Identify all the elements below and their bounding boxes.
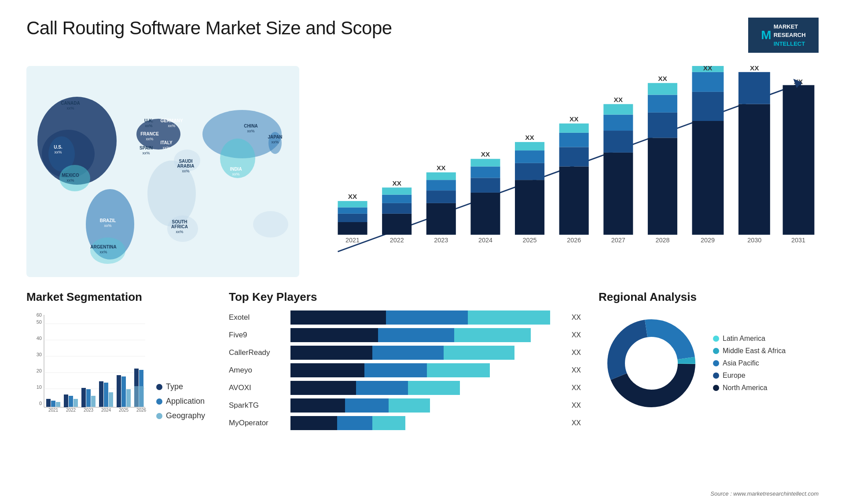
- svg-text:BRAZIL: BRAZIL: [100, 218, 116, 223]
- svg-rect-141: [117, 375, 121, 407]
- player-value-exotel: XX: [572, 314, 581, 321]
- bar-chart-section: XX 2021 XX 2022 XX 2023: [312, 66, 819, 286]
- svg-rect-81: [559, 133, 589, 147]
- donut-area: Latin America Middle East & Africa Asia …: [599, 310, 819, 416]
- source-text: Source : www.marketresearchintellect.com: [710, 490, 819, 497]
- svg-rect-50: [338, 214, 367, 222]
- svg-text:SOUTH: SOUTH: [172, 219, 187, 224]
- page-title: Call Routing Software Market Size and Sc…: [26, 18, 392, 39]
- svg-rect-139: [109, 392, 113, 407]
- svg-text:xx%: xx%: [182, 169, 189, 173]
- dot-europe: [713, 373, 719, 379]
- players-title: Top Key Players: [229, 290, 581, 304]
- svg-text:2028: 2028: [655, 237, 669, 244]
- svg-text:2021: 2021: [48, 408, 59, 413]
- player-value-sparktg: XX: [572, 402, 581, 409]
- svg-text:2023: 2023: [84, 408, 94, 413]
- svg-rect-82: [559, 124, 589, 133]
- svg-text:2025: 2025: [523, 237, 537, 244]
- svg-rect-104: [738, 72, 770, 104]
- svg-text:XX: XX: [392, 179, 401, 187]
- svg-text:xx%: xx%: [247, 129, 254, 133]
- svg-text:CANADA: CANADA: [61, 101, 80, 106]
- svg-rect-103: [738, 104, 770, 235]
- player-row-ameyo: Ameyo XX: [229, 363, 581, 377]
- world-map-svg: CANADA xx% U.S. xx% MEXICO xx% BRAZIL xx…: [26, 66, 299, 277]
- svg-rect-56: [382, 203, 411, 214]
- player-row-avoxi: AVOXI XX: [229, 381, 581, 395]
- svg-rect-70: [470, 159, 500, 166]
- svg-rect-73: [515, 180, 544, 235]
- label-asia-pacific: Asia Pacific: [723, 359, 759, 367]
- svg-rect-88: [603, 104, 633, 115]
- svg-rect-94: [648, 83, 677, 95]
- svg-rect-126: [51, 401, 55, 407]
- svg-text:XX: XX: [525, 134, 534, 141]
- legend-dot-geography: [156, 413, 162, 419]
- player-bar-ameyo: [290, 363, 564, 377]
- svg-text:U.K.: U.K.: [144, 118, 153, 123]
- map-section: CANADA xx% U.S. xx% MEXICO xx% BRAZIL xx…: [26, 66, 299, 286]
- svg-rect-135: [91, 396, 96, 407]
- label-latin-america: Latin America: [723, 335, 765, 343]
- svg-text:ARGENTINA: ARGENTINA: [90, 245, 116, 249]
- svg-rect-64: [426, 172, 456, 180]
- dot-asia-pacific: [713, 360, 719, 366]
- svg-text:XX: XX: [437, 164, 446, 172]
- legend-label-geography: Geography: [166, 411, 205, 420]
- svg-text:2026: 2026: [136, 408, 147, 413]
- svg-rect-98: [692, 92, 724, 121]
- player-name-exotel: Exotel: [229, 313, 286, 322]
- dot-latin-america: [713, 336, 719, 342]
- legend-dot-type: [156, 384, 162, 390]
- legend-type: Type: [156, 382, 205, 391]
- svg-text:2024: 2024: [478, 237, 492, 244]
- svg-rect-107: [783, 85, 815, 235]
- svg-rect-131: [73, 399, 78, 407]
- svg-text:XX: XX: [481, 150, 490, 158]
- svg-rect-87: [603, 115, 633, 131]
- svg-rect-97: [692, 121, 724, 235]
- segmentation-legend: Type Application Geography: [156, 382, 205, 420]
- segmentation-svg: 0 10 20 30 40 50 60: [26, 310, 150, 420]
- svg-text:2029: 2029: [701, 237, 715, 244]
- legend-asia-pacific: Asia Pacific: [713, 359, 786, 367]
- dot-north-america: [713, 385, 719, 391]
- logo-text: MARKET RESEARCH INTELLECT: [774, 22, 806, 48]
- player-name-ameyo: Ameyo: [229, 366, 286, 375]
- legend-geography: Geography: [156, 411, 205, 420]
- svg-rect-129: [64, 394, 68, 407]
- svg-text:2030: 2030: [747, 237, 761, 244]
- label-europe: Europe: [723, 372, 746, 380]
- svg-rect-49: [338, 222, 367, 235]
- player-bar-myoperator: [290, 416, 564, 430]
- svg-text:XX: XX: [750, 66, 759, 72]
- player-bar-avoxi: [290, 381, 564, 395]
- svg-rect-76: [515, 142, 544, 150]
- svg-point-154: [626, 338, 676, 388]
- svg-text:SAUDI: SAUDI: [179, 159, 192, 164]
- svg-text:xx%: xx%: [66, 106, 74, 110]
- player-name-avoxi: AVOXI: [229, 383, 286, 392]
- top-section: CANADA xx% U.S. xx% MEXICO xx% BRAZIL xx…: [26, 66, 819, 286]
- legend-middle-east: Middle East & Africa: [713, 347, 786, 355]
- label-middle-east: Middle East & Africa: [723, 347, 786, 355]
- svg-rect-147: [134, 386, 144, 407]
- svg-rect-80: [559, 147, 589, 166]
- player-bar-sparktg: [290, 398, 564, 413]
- svg-text:xx%: xx%: [146, 137, 153, 141]
- legend-north-america: North America: [713, 384, 786, 392]
- svg-point-6: [90, 237, 125, 264]
- svg-rect-133: [81, 388, 86, 407]
- svg-rect-75: [515, 150, 544, 163]
- svg-rect-142: [121, 376, 126, 407]
- svg-rect-127: [56, 402, 60, 407]
- svg-rect-130: [69, 396, 73, 407]
- player-value-five9: XX: [572, 331, 581, 339]
- svg-text:2022: 2022: [390, 237, 404, 244]
- svg-text:GERMANY: GERMANY: [160, 118, 183, 123]
- svg-text:2022: 2022: [66, 408, 76, 413]
- svg-text:2027: 2027: [611, 237, 625, 244]
- logo-m-icon: M: [761, 28, 771, 42]
- svg-rect-55: [382, 214, 411, 235]
